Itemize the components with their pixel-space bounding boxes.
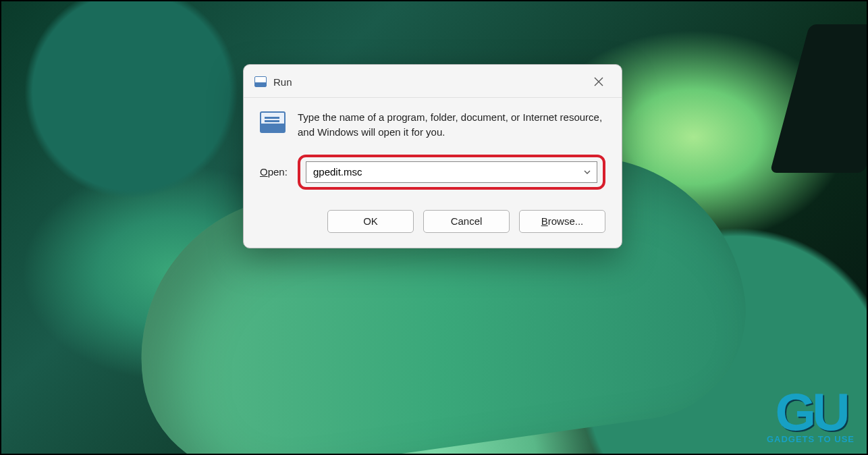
- ok-button[interactable]: OK: [327, 210, 414, 233]
- close-icon: [594, 77, 603, 86]
- run-large-icon: [260, 111, 286, 133]
- watermark-logo: GU: [767, 391, 855, 433]
- dialog-title: Run: [273, 76, 292, 88]
- chevron-down-icon: [583, 168, 591, 176]
- close-button[interactable]: [585, 72, 612, 92]
- watermark-tagline: GADGETS TO USE: [767, 434, 855, 444]
- dialog-description: Type the name of a program, folder, docu…: [298, 110, 605, 140]
- titlebar[interactable]: Run: [244, 65, 622, 98]
- watermark: GU GADGETS TO USE: [767, 391, 855, 444]
- open-label: Open:: [260, 166, 295, 178]
- combobox-dropdown-button[interactable]: [578, 168, 597, 176]
- browse-button[interactable]: Browse...: [519, 210, 605, 233]
- cancel-button[interactable]: Cancel: [423, 210, 510, 233]
- open-combobox[interactable]: [306, 161, 597, 183]
- dialog-button-row: OK Cancel Browse...: [244, 196, 622, 248]
- input-highlight-annotation: [298, 155, 605, 190]
- run-dialog: Run Type the name of a program, folder, …: [243, 64, 622, 248]
- open-input[interactable]: [306, 163, 578, 180]
- run-app-icon: [254, 76, 267, 87]
